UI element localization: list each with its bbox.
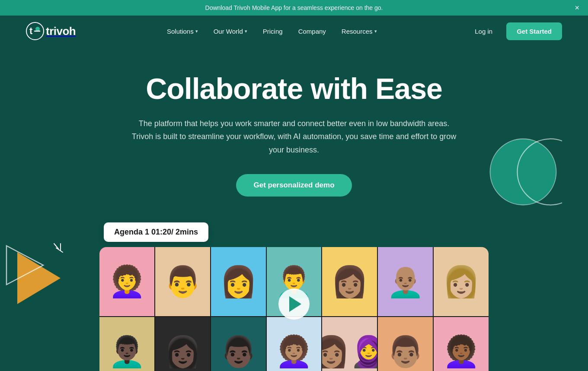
get-started-button[interactable]: Get Started: [506, 22, 562, 40]
participant-cell: 👨🏽‍🦲: [378, 247, 433, 316]
video-grid: 👩‍🦱 👨 👩 👨‍🦱 👩🏽: [99, 247, 489, 371]
nav-item-company[interactable]: Company: [292, 24, 332, 38]
chevron-down-icon: ▾: [195, 29, 198, 34]
participant-cell: 👨🏽: [378, 317, 433, 371]
video-area: Agenda 1 01:20/ 2mins 👩‍🦱 👨 👩: [99, 222, 489, 371]
participant-cell: 👩: [211, 247, 266, 316]
participant-cell: 👩🏽‍🦱: [267, 317, 322, 371]
nav-pricing-label: Pricing: [263, 28, 283, 35]
svg-line-6: [56, 248, 63, 252]
nav-solutions-label: Solutions: [167, 28, 194, 35]
participant-cell: 👨🏿‍🦱: [99, 317, 154, 371]
login-button[interactable]: Log in: [468, 24, 499, 38]
logo-area: t trivoh: [26, 22, 76, 40]
participant-cell: 👩🏽‍🧕: [322, 317, 377, 371]
nav-resources-label: Resources: [342, 28, 373, 35]
nav-item-resources[interactable]: Resources ▾: [336, 24, 383, 38]
participant-cell: 👩🏽: [322, 247, 377, 316]
hero-section: Collaborate with Ease The platform that …: [0, 47, 588, 371]
logo: t trivoh: [26, 22, 76, 40]
chevron-down-icon: ▾: [245, 29, 247, 34]
nav-item-pricing[interactable]: Pricing: [257, 24, 289, 38]
agenda-badge: Agenda 1 01:20/ 2mins: [104, 222, 208, 242]
participant-cell: 👨🏿: [211, 317, 266, 371]
decorative-circle: [484, 133, 562, 211]
svg-point-2: [35, 27, 40, 31]
logo-icon: t: [26, 22, 44, 40]
hero-subtitle: The platform that helps you work smarter…: [130, 117, 458, 157]
demo-button[interactable]: Get personalized demo: [236, 174, 352, 197]
participant-cell: 👨‍🦱: [267, 247, 322, 316]
nav-item-our-world[interactable]: Our World ▾: [208, 24, 253, 38]
participant-cell: 👩🏾‍🦱: [434, 317, 489, 371]
banner-close-button[interactable]: ×: [575, 4, 579, 12]
decorative-triangle: [0, 239, 69, 308]
participant-cell: 👨: [155, 247, 210, 316]
nav-item-solutions[interactable]: Solutions ▾: [161, 24, 204, 38]
chevron-down-icon: ▾: [374, 29, 377, 34]
logo-text: trivoh: [46, 25, 76, 38]
banner-text: Download Trivoh Mobile App for a seamles…: [205, 4, 383, 11]
participant-cell: 👩‍🦱: [99, 247, 154, 316]
participant-cell: 👩🏿: [155, 317, 210, 371]
nav-actions: Log in Get Started: [468, 22, 562, 40]
svg-text:t: t: [29, 25, 33, 36]
hero-title: Collaborate with Ease: [17, 73, 571, 105]
nav-links: Solutions ▾ Our World ▾ Pricing Company …: [161, 24, 383, 38]
svg-marker-4: [17, 252, 61, 304]
participant-cell: 👩🏼: [434, 247, 489, 316]
nav-company-label: Company: [298, 28, 326, 35]
announcement-banner: Download Trivoh Mobile App for a seamles…: [0, 0, 588, 16]
nav-our-world-label: Our World: [214, 28, 243, 35]
logo-link[interactable]: t trivoh: [26, 22, 76, 40]
navbar: t trivoh Solutions ▾ Our World ▾ Pricing: [0, 16, 588, 47]
